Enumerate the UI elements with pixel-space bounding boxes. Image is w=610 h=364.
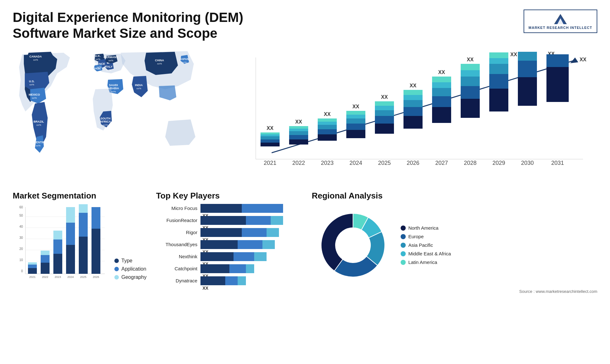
svg-rect-42	[261, 134, 280, 136]
svg-marker-38	[570, 57, 578, 63]
svg-text:2022: 2022	[42, 275, 48, 279]
svg-rect-41	[261, 136, 280, 139]
player-row: CatchpointXX	[156, 264, 302, 273]
player-bar-segment	[238, 276, 246, 285]
svg-text:2026: 2026	[93, 275, 99, 279]
svg-rect-143	[79, 204, 88, 213]
svg-rect-63	[346, 115, 365, 118]
player-bar-segment	[200, 228, 242, 237]
player-bar-segment	[242, 228, 267, 237]
svg-text:20: 20	[19, 247, 23, 251]
header: Digital Experience Monitoring (DEM) Soft…	[13, 10, 597, 42]
svg-rect-142	[79, 213, 88, 237]
legend-dot-type	[114, 259, 119, 263]
svg-text:SPAIN: SPAIN	[92, 67, 101, 70]
svg-text:xx%: xx%	[36, 124, 41, 126]
svg-rect-54	[318, 129, 337, 134]
svg-rect-62	[346, 118, 365, 124]
svg-text:2028: 2028	[464, 160, 477, 166]
svg-rect-141	[79, 237, 88, 274]
svg-text:INDIA: INDIA	[135, 84, 143, 87]
svg-rect-78	[403, 90, 423, 95]
market-segmentation: Market Segmentation 0 10 20 30 40 50	[13, 191, 146, 286]
svg-rect-47	[289, 135, 308, 139]
svg-text:xx%: xx%	[182, 61, 186, 64]
segmentation-title: Market Segmentation	[13, 191, 146, 201]
player-row: RigorXX	[156, 228, 302, 237]
svg-rect-46	[289, 139, 308, 145]
svg-text:xx%: xx%	[103, 124, 108, 126]
svg-text:XX: XX	[438, 70, 445, 75]
svg-text:XX: XX	[381, 94, 388, 100]
legend-dot-application	[114, 267, 119, 271]
player-name: Dynatrace	[156, 278, 197, 283]
player-bar-segment	[234, 252, 254, 261]
player-row: NexthinkXX	[156, 252, 302, 261]
svg-rect-139	[66, 207, 75, 223]
svg-text:XX: XX	[510, 52, 517, 57]
player-bar-segment	[246, 216, 271, 225]
player-bar	[200, 240, 302, 249]
svg-text:2024: 2024	[349, 160, 362, 166]
svg-text:BRAZIL: BRAZIL	[34, 120, 44, 123]
svg-rect-104	[518, 52, 537, 61]
svg-text:U.S.: U.S.	[29, 80, 35, 83]
svg-rect-60	[346, 130, 365, 138]
svg-text:2023: 2023	[321, 160, 334, 166]
svg-text:60: 60	[19, 206, 23, 209]
bar-chart-svg: 2021 XX 2022 XX 2023 XX	[238, 51, 591, 178]
svg-text:xx%: xx%	[33, 58, 38, 61]
svg-rect-88	[461, 99, 480, 118]
svg-text:XX: XX	[410, 83, 417, 88]
page: Digital Experience Monitoring (DEM) Soft…	[0, 0, 610, 364]
regional-title: Regional Analysis	[312, 191, 597, 201]
svg-rect-89	[461, 86, 480, 99]
svg-rect-77	[403, 95, 423, 100]
svg-text:2030: 2030	[521, 160, 534, 166]
svg-rect-98	[489, 58, 508, 64]
player-row: FusionReactorXX	[156, 216, 302, 225]
svg-text:xx%: xx%	[111, 90, 116, 93]
svg-text:XX: XX	[267, 125, 274, 131]
svg-rect-71	[375, 101, 394, 106]
player-row: Micro FocusXX	[156, 204, 302, 213]
svg-text:2027: 2027	[435, 160, 448, 166]
player-bar-segment	[254, 252, 267, 261]
svg-text:2021: 2021	[29, 275, 36, 279]
donut-area: North AmericaEuropeAsia PacificMiddle Ea…	[312, 204, 597, 286]
svg-rect-39	[261, 143, 280, 146]
player-bar	[200, 264, 302, 273]
svg-rect-90	[461, 77, 480, 86]
svg-rect-48	[289, 131, 308, 135]
region-label: Latin America	[408, 260, 437, 265]
player-row: DynatraceXX	[156, 276, 302, 285]
donut-chart	[312, 204, 394, 286]
segmentation-bars: 0 10 20 30 40 50 60	[13, 204, 108, 286]
svg-rect-49	[289, 129, 308, 131]
svg-rect-76	[403, 100, 423, 107]
legend-item-type: Type	[114, 258, 146, 264]
player-bar	[200, 276, 302, 285]
svg-rect-75	[403, 107, 423, 116]
svg-text:2021: 2021	[264, 160, 276, 166]
svg-rect-82	[432, 96, 451, 107]
svg-text:0: 0	[21, 269, 23, 273]
svg-text:XX: XX	[352, 104, 359, 109]
svg-text:ARGENTINA: ARGENTINA	[30, 141, 47, 144]
svg-text:2025: 2025	[80, 275, 86, 279]
svg-text:xx%: xx%	[94, 71, 98, 73]
player-bar-segment	[238, 240, 262, 249]
players-list: Micro FocusXXFusionReactorXXRigorXXThous…	[156, 204, 302, 285]
svg-rect-131	[41, 251, 50, 255]
svg-text:2031: 2031	[551, 160, 564, 166]
segmentation-chart: 0 10 20 30 40 50 60	[13, 204, 146, 286]
legend-dot-geography	[114, 275, 119, 280]
legend-label-type: Type	[121, 258, 132, 264]
svg-rect-56	[318, 122, 337, 125]
segmentation-legend: Type Application Geography	[114, 258, 146, 286]
svg-rect-69	[375, 110, 394, 116]
region-legend-item: Asia Pacific	[401, 242, 451, 248]
player-name: Rigor	[156, 230, 197, 235]
svg-text:MEXICO: MEXICO	[29, 93, 40, 96]
logo-text: MARKET RESEARCH INTELLECT	[529, 25, 592, 30]
